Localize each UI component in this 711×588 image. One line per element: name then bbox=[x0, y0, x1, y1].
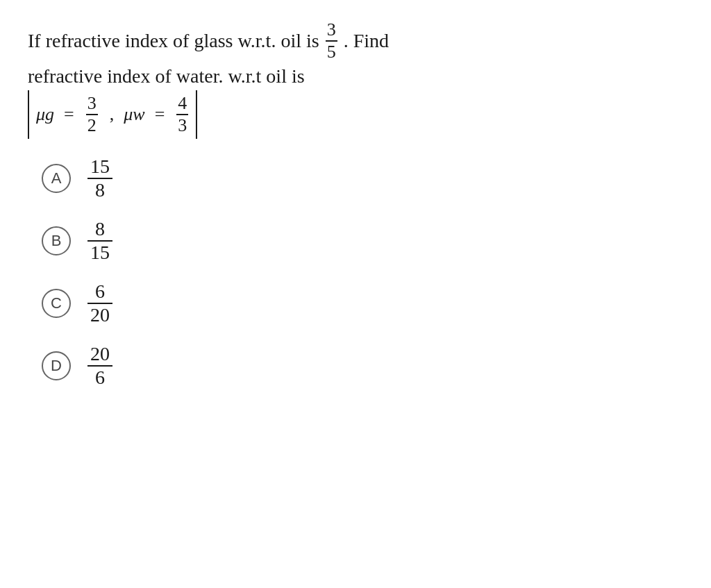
mu-w-label: μw bbox=[124, 104, 144, 125]
given-values-box: μg = 3 2 , μw = 4 3 bbox=[28, 90, 197, 139]
mu-g-fraction: 3 2 bbox=[86, 94, 98, 135]
options-list: A158B815C620D206 bbox=[28, 157, 514, 387]
given-fraction-denominator: 5 bbox=[326, 42, 337, 61]
question-line-1: If refractive index of glass w.r.t. oil … bbox=[28, 21, 514, 61]
question-prefix: If refractive index of glass w.r.t. oil … bbox=[28, 30, 319, 52]
mu-g-den: 2 bbox=[86, 115, 98, 135]
mu-g-label: μg bbox=[36, 104, 54, 125]
mu-w-den: 3 bbox=[176, 115, 188, 135]
option-denominator-d: 6 bbox=[92, 367, 108, 387]
option-circle-b: B bbox=[42, 226, 71, 255]
mu-w-fraction: 4 3 bbox=[176, 94, 188, 135]
option-numerator-d: 20 bbox=[87, 344, 112, 367]
comma: , bbox=[110, 104, 115, 125]
option-numerator-a: 15 bbox=[87, 157, 112, 179]
mu-w-eq: = bbox=[155, 104, 165, 125]
option-value-a: 158 bbox=[87, 157, 112, 200]
option-b[interactable]: B815 bbox=[42, 219, 514, 262]
option-c[interactable]: C620 bbox=[42, 282, 514, 325]
mu-g-eq: = bbox=[64, 104, 74, 125]
mu-w-num: 4 bbox=[176, 94, 188, 115]
question-suffix: . Find bbox=[344, 30, 389, 52]
option-numerator-c: 6 bbox=[87, 282, 112, 304]
option-denominator-c: 20 bbox=[87, 304, 112, 325]
question-line2-text: refractive index of water. w.r.t oil is bbox=[28, 65, 305, 87]
option-circle-d: D bbox=[42, 351, 71, 380]
option-d[interactable]: D206 bbox=[42, 344, 514, 387]
option-circle-c: C bbox=[42, 289, 71, 318]
option-a[interactable]: A158 bbox=[42, 157, 514, 200]
given-values-inner: μg = 3 2 , μw = 4 3 bbox=[36, 94, 190, 135]
option-value-c: 620 bbox=[87, 282, 112, 325]
option-value-b: 815 bbox=[87, 219, 112, 262]
option-circle-a: A bbox=[42, 164, 71, 193]
main-container: If refractive index of glass w.r.t. oil … bbox=[28, 21, 514, 387]
given-fraction: 3 5 bbox=[326, 21, 337, 61]
mu-g-num: 3 bbox=[86, 94, 98, 115]
option-value-d: 206 bbox=[87, 344, 112, 387]
given-fraction-numerator: 3 bbox=[326, 21, 337, 42]
option-denominator-b: 15 bbox=[87, 242, 112, 262]
option-numerator-b: 8 bbox=[87, 219, 112, 242]
question-line-2: refractive index of water. w.r.t oil is bbox=[28, 65, 514, 87]
option-denominator-a: 8 bbox=[92, 179, 108, 200]
